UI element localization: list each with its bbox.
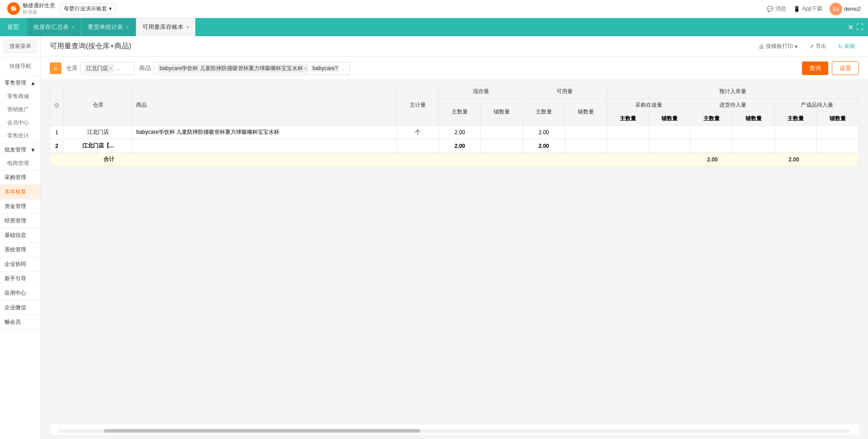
cell-incoming-aux-0 xyxy=(733,126,775,139)
main-layout: 搜索菜单 快捷导航 零售管理 ▲ 零售商城 营销推广 会员中心 零售统计 批发管… xyxy=(0,36,868,439)
print-template-btn[interactable]: 🖨 按模板打印 ▾ xyxy=(755,41,801,52)
warehouse-more[interactable]: ... xyxy=(116,65,120,71)
warehouse-filter-input[interactable]: 江北门店 × ... xyxy=(80,62,135,75)
sidebar-section-header-system[interactable]: 系统管理 xyxy=(0,243,40,257)
chevron-down-icon: ▾ xyxy=(795,43,797,50)
sidebar-section-header-retail[interactable]: 零售管理 ▲ xyxy=(0,76,40,90)
sidebar-section-header-guide[interactable]: 新手引导 xyxy=(0,272,40,286)
cell-unit-1 xyxy=(397,139,439,153)
sidebar-section-header-wholesale[interactable]: 批发管理 ▼ xyxy=(0,143,40,157)
content-area: 可用量查询(按仓库+商品) 🖨 按模板打印 ▾ ↗ 导出 ↻ 刷新 xyxy=(41,36,868,439)
top-bar-right: 💬 消息 📱 App下载 Ea demo2 xyxy=(767,3,861,15)
sidebar-section-header-operations[interactable]: 经营管理 xyxy=(0,214,40,228)
sidebar-section-finance: 资金管理 xyxy=(0,199,40,214)
table-row: 2 江北门店【... 2.00 2.00 xyxy=(50,139,859,153)
sidebar-item-membership[interactable]: 会员中心 xyxy=(0,116,40,129)
sidebar-search-area: 搜索菜单 xyxy=(0,36,40,57)
phone-icon: 📱 xyxy=(793,6,800,12)
settings-button[interactable]: 设置 xyxy=(832,61,859,75)
sidebar-section-header-inventory[interactable]: 库存核算 xyxy=(0,185,40,199)
product-more[interactable]: ... xyxy=(341,65,346,71)
sidebar-section-retail: 零售管理 ▲ 零售商城 营销推广 会员中心 零售统计 xyxy=(0,76,40,143)
table-settings-gear[interactable]: ⚙ xyxy=(54,102,60,109)
warehouse-tag-close-0[interactable]: × xyxy=(109,66,112,71)
page-actions: 🖨 按模板打印 ▾ ↗ 导出 ↻ 刷新 xyxy=(755,41,859,52)
tab-close-2[interactable]: × xyxy=(186,24,189,30)
cell-product-main-1 xyxy=(775,139,817,153)
cell-product-main-0 xyxy=(775,126,817,139)
col-subheader-purchase-group: 采购在途量 xyxy=(607,99,691,112)
page-header: 可用量查询(按仓库+商品) 🖨 按模板打印 ▾ ↗ 导出 ↻ 刷新 xyxy=(41,36,868,57)
product-filter-group: 商品 babycare学饮杯 儿童防摔防撞吸管杯重力球吸嘴杯宝宝水杯 × bab… xyxy=(139,62,350,75)
logo: 畅 畅捷通好生意 标准版 xyxy=(7,2,55,15)
chevron-down-icon: ▾ xyxy=(109,5,112,12)
search-menu-button[interactable]: 搜索菜单 xyxy=(4,40,37,53)
col-subheader-product-main: 主数量 xyxy=(775,112,817,126)
export-btn[interactable]: ↗ 导出 xyxy=(806,41,830,52)
app-download-action[interactable]: 📱 App下载 xyxy=(793,5,822,13)
message-action[interactable]: 💬 消息 xyxy=(767,5,786,13)
cell-incoming-aux-1 xyxy=(733,139,775,153)
sidebar-section-header-apps[interactable]: 应用中心 xyxy=(0,286,40,300)
cell-available-main-0: 2.00 xyxy=(523,126,565,139)
col-subheader-product-group: 产成品待入量 xyxy=(775,99,859,112)
footer-available-main: 2.00 xyxy=(774,156,814,163)
tab-item-0[interactable]: 收发存汇总表 × xyxy=(27,18,80,36)
filter-actions: 查询 设置 xyxy=(802,61,859,75)
refresh-btn[interactable]: ↻ 刷新 xyxy=(835,41,859,52)
sidebar-section-header-enterprise[interactable]: 企业协同 xyxy=(0,257,40,271)
cell-product-aux-0 xyxy=(817,126,859,139)
col-subheader-incoming-main: 主数量 xyxy=(691,112,733,126)
message-label: 消息 xyxy=(775,5,786,13)
sidebar-section-operations: 经营管理 xyxy=(0,214,40,228)
col-subheader-current-main: 主数量 xyxy=(439,99,481,126)
col-subheader-purchase-aux: 辅数量 xyxy=(649,112,691,126)
sidebar-section-header-basics[interactable]: 基础信息 xyxy=(0,228,40,242)
sidebar-item-quick-nav[interactable]: 快捷导航 xyxy=(0,60,40,73)
sidebar-section-header-purchase[interactable]: 采购管理 xyxy=(0,170,40,184)
logo-text: 畅捷通好生意 xyxy=(23,2,55,9)
sidebar-section-apps: 应用中心 xyxy=(0,286,40,301)
col-subheader-current-aux: 辅数量 xyxy=(481,99,523,126)
cell-no-1: 2 xyxy=(50,139,64,153)
col-header-current-stock: 现存量 xyxy=(439,85,523,99)
cell-purchase-aux-0 xyxy=(649,126,691,139)
tab-bar-right: ✕ ⛶ xyxy=(843,23,868,32)
close-all-btn[interactable]: ✕ xyxy=(848,23,854,32)
tab-item-2[interactable]: 可用量库存账本 × xyxy=(136,18,195,36)
user-name: demo2 xyxy=(844,6,861,12)
scroll-bar-thumb[interactable] xyxy=(104,429,420,433)
cell-purchase-aux-1 xyxy=(649,139,691,153)
top-bar: 畅 畅捷通好生意 标准版 母婴行业演示账套 ▾ 💬 消息 📱 App下载 Ea … xyxy=(0,0,868,18)
sidebar-item-retail-stats[interactable]: 零售统计 xyxy=(0,129,40,142)
filter-expand-btn[interactable]: » xyxy=(50,62,61,74)
user-section[interactable]: Ea demo2 xyxy=(830,3,861,15)
tab-item-1[interactable]: 要货单统计表 × xyxy=(81,18,135,36)
industry-selector[interactable]: 母婴行业演示账套 ▾ xyxy=(60,3,116,14)
sidebar-section-header-finance[interactable]: 资金管理 xyxy=(0,199,40,213)
tab-label-0: 收发存汇总表 xyxy=(33,23,69,31)
cell-current-aux-0 xyxy=(481,126,523,139)
export-icon: ↗ xyxy=(809,43,814,50)
sidebar-section-header-wechat[interactable]: 企业微信 xyxy=(0,301,40,315)
cell-no-0: 1 xyxy=(50,126,64,139)
tab-home[interactable]: 首页 xyxy=(0,18,26,36)
cell-incoming-main-0 xyxy=(691,126,733,139)
tab-close-0[interactable]: × xyxy=(71,24,74,30)
product-tag-close-0[interactable]: × xyxy=(304,66,307,71)
tab-label-2: 可用量库存账本 xyxy=(142,23,184,31)
maximize-btn[interactable]: ⛶ xyxy=(856,23,863,31)
sidebar-item-retail-mall[interactable]: 零售商城 xyxy=(0,90,40,103)
col-subheader-incoming-group: 进货待入量 xyxy=(691,99,775,112)
col-header-warehouse: 仓库 xyxy=(64,85,132,126)
tab-label-1: 要货单统计表 xyxy=(88,23,123,31)
cell-warehouse-0: 江北门店 xyxy=(64,126,132,139)
product-tag-1: babycare? xyxy=(311,65,340,72)
col-header-available: 可用量 xyxy=(523,85,607,99)
sidebar-item-ecommerce[interactable]: 电商管理 xyxy=(0,157,40,170)
sidebar-section-header-member[interactable]: 畅会员 xyxy=(0,315,40,329)
sidebar-item-marketing[interactable]: 营销推广 xyxy=(0,103,40,116)
tab-close-1[interactable]: × xyxy=(126,24,128,30)
product-filter-input[interactable]: babycare学饮杯 儿童防摔防撞吸管杯重力球吸嘴杯宝宝水杯 × babyca… xyxy=(154,62,350,75)
query-button[interactable]: 查询 xyxy=(802,61,828,75)
